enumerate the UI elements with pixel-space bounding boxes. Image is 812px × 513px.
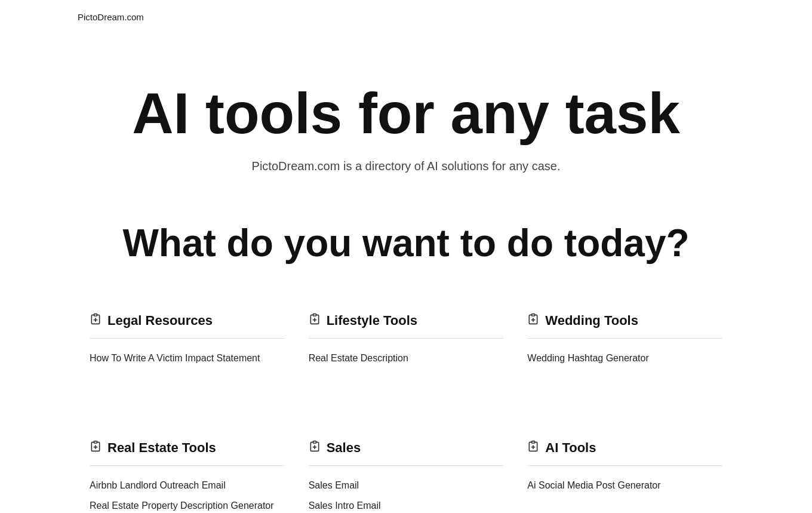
svg-rect-12 — [313, 441, 316, 443]
section-heading: What do you want to do today? — [12, 221, 800, 265]
svg-rect-6 — [532, 314, 535, 316]
categories-row-2: Real Estate ToolsAirbnb Landlord Outreac… — [0, 428, 812, 513]
category-card-real-estate-tools: Real Estate ToolsAirbnb Landlord Outreac… — [78, 428, 297, 513]
category-header-sales: Sales — [309, 440, 504, 466]
category-items-wedding-tools: Wedding Hashtag Generator — [527, 348, 722, 368]
category-items-real-estate-tools: Airbnb Landlord Outreach EmailReal Estat… — [90, 475, 285, 513]
svg-rect-3 — [313, 314, 316, 316]
clipboard-icon-sales — [309, 440, 321, 455]
category-card-lifestyle-tools: Lifestyle ToolsReal Estate Description — [297, 301, 516, 392]
list-item[interactable]: Ai Social Media Post Generator — [527, 475, 722, 496]
svg-rect-9 — [94, 441, 97, 443]
category-title-wedding-tools: Wedding Tools — [545, 313, 638, 328]
clipboard-icon-legal-resources — [90, 313, 102, 328]
clipboard-icon-wedding-tools — [527, 313, 539, 328]
category-title-ai-tools: AI Tools — [545, 440, 596, 456]
clipboard-icon-ai-tools — [527, 440, 539, 455]
list-item[interactable]: Airbnb Landlord Outreach Email — [90, 475, 285, 496]
categories-row-1: Legal ResourcesHow To Write A Victim Imp… — [0, 301, 812, 392]
clipboard-icon-lifestyle-tools — [309, 313, 321, 328]
site-logo[interactable]: PictoDream.com — [78, 12, 734, 22]
category-card-legal-resources: Legal ResourcesHow To Write A Victim Imp… — [78, 301, 297, 392]
svg-rect-0 — [94, 314, 97, 316]
category-card-wedding-tools: Wedding ToolsWedding Hashtag Generator — [515, 301, 734, 392]
svg-rect-15 — [532, 441, 535, 443]
category-title-sales: Sales — [327, 440, 361, 456]
hero-title: AI tools for any task — [12, 82, 800, 145]
category-header-lifestyle-tools: Lifestyle Tools — [309, 313, 504, 339]
category-items-legal-resources: How To Write A Victim Impact Statement — [90, 348, 285, 368]
list-item[interactable]: Sales Email — [309, 475, 504, 496]
category-title-real-estate-tools: Real Estate Tools — [107, 440, 216, 456]
category-card-sales: SalesSales EmailSales Intro Email — [297, 428, 516, 513]
category-header-wedding-tools: Wedding Tools — [527, 313, 722, 339]
category-header-ai-tools: AI Tools — [527, 440, 722, 466]
category-title-legal-resources: Legal Resources — [107, 313, 213, 328]
list-item[interactable]: Real Estate Property Description Generat… — [90, 496, 285, 513]
hero-subtitle: PictoDream.com is a directory of AI solu… — [12, 159, 800, 173]
category-items-ai-tools: Ai Social Media Post Generator — [527, 475, 722, 496]
category-items-lifestyle-tools: Real Estate Description — [309, 348, 504, 368]
category-title-lifestyle-tools: Lifestyle Tools — [327, 313, 417, 328]
list-item[interactable]: Sales Intro Email — [309, 496, 504, 513]
clipboard-icon-real-estate-tools — [90, 440, 102, 455]
site-header: PictoDream.com — [0, 0, 812, 34]
list-item[interactable]: Wedding Hashtag Generator — [527, 348, 722, 368]
list-item[interactable]: How To Write A Victim Impact Statement — [90, 348, 285, 368]
category-card-ai-tools: AI ToolsAi Social Media Post Generator — [515, 428, 734, 513]
hero-section: AI tools for any task PictoDream.com is … — [0, 34, 812, 197]
category-header-real-estate-tools: Real Estate Tools — [90, 440, 285, 466]
category-items-sales: Sales EmailSales Intro Email — [309, 475, 504, 513]
category-header-legal-resources: Legal Resources — [90, 313, 285, 339]
list-item[interactable]: Real Estate Description — [309, 348, 504, 368]
